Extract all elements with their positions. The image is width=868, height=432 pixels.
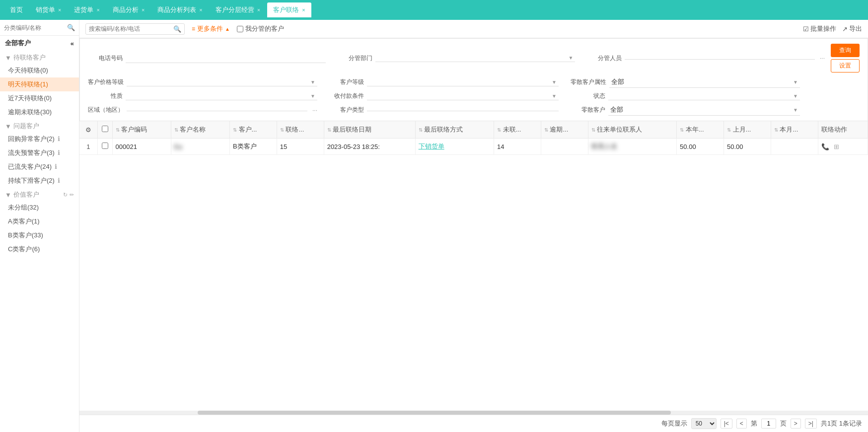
refresh-icon[interactable]: ↻	[63, 192, 68, 198]
group-value-customers[interactable]: ▼ 价值客户 ↻ ✏	[0, 188, 79, 201]
phone-icon[interactable]: 📞	[821, 143, 829, 150]
sidebar-item-class-c[interactable]: C类客户(6)	[0, 242, 79, 256]
search-icon[interactable]: 🔍	[173, 25, 181, 33]
sidebar-item-class-b[interactable]: B类客户(33)	[0, 228, 79, 242]
table-footer: 每页显示 50 100 200 |< < 第 页 > >| 共1页 1条记录	[79, 415, 868, 432]
row-select-checkbox[interactable]	[102, 143, 108, 149]
export-btn[interactable]: ↗ 导出	[842, 24, 862, 33]
close-icon[interactable]: ×	[58, 7, 61, 13]
batch-op-btn[interactable]: ☑ 批量操作	[803, 24, 836, 33]
sidebar-search-input[interactable]	[4, 24, 65, 31]
filter-nature-select[interactable]: ▼	[126, 92, 317, 100]
close-icon[interactable]: ×	[257, 7, 260, 13]
table-row: 1 000021 Ea B类客户 15 2023-05-23 18:25: 下销…	[79, 139, 868, 155]
more-icon[interactable]: ···	[820, 55, 825, 62]
row-checkbox[interactable]	[97, 139, 112, 155]
last-page-btn[interactable]: >|	[805, 419, 817, 429]
scrollbar-thumb[interactable]	[198, 411, 671, 415]
nav-customer-tier[interactable]: 客户分层经营 ×	[210, 2, 266, 17]
col-settings[interactable]: ⚙	[79, 121, 97, 139]
sidebar-item-today-pending[interactable]: 今天待联络(0)	[0, 64, 79, 77]
col-contact-count[interactable]: ⇅ 联络...	[277, 121, 324, 139]
filter-payment-select[interactable]: ▼	[367, 92, 559, 100]
filter-customer-type-label: 客户类型	[329, 106, 364, 114]
sidebar-item-churn-warning[interactable]: 流失预警客户(3) ℹ	[0, 146, 79, 160]
close-icon[interactable]: ×	[142, 7, 145, 13]
edit-icon[interactable]: ✏	[70, 192, 74, 198]
search-box: 🔍	[85, 23, 185, 35]
collapse-icon[interactable]: «	[71, 40, 74, 47]
horizontal-scrollbar[interactable]	[79, 411, 868, 415]
col-customer-name[interactable]: ⇅ 客户名称	[171, 121, 229, 139]
sidebar-item-7days-pending[interactable]: 近7天待联络(0)	[0, 91, 79, 105]
info-icon: ℹ	[58, 135, 60, 143]
contact-method-link[interactable]: 下销货单	[419, 143, 444, 150]
nav-sales-order[interactable]: 销货单 ×	[30, 2, 67, 17]
col-checkbox[interactable]	[97, 121, 112, 139]
close-icon[interactable]: ×	[199, 7, 202, 13]
sidebar-item-declining[interactable]: 持续下滑客户(2) ℹ	[0, 174, 79, 188]
group-pending-contact[interactable]: ▼ 待联络客户	[0, 51, 79, 64]
col-overdue[interactable]: ⇅ 逾期...	[541, 121, 588, 139]
col-customer-type[interactable]: ⇅ 客户...	[229, 121, 277, 139]
nav-product-analysis[interactable]: 商品分析 ×	[107, 2, 150, 17]
my-customers-checkbox[interactable]	[237, 26, 243, 32]
filter-customer-grade-select[interactable]: ▼	[367, 78, 559, 86]
col-last-month[interactable]: ⇅ 上月...	[723, 121, 771, 139]
col-this-year[interactable]: ⇅ 本年...	[677, 121, 724, 139]
filter-phone-input[interactable]	[126, 54, 326, 63]
filter-retail-customer-select[interactable]: 全部 ▼	[608, 104, 800, 116]
nav-customer-contact[interactable]: 客户联络 ×	[267, 2, 311, 17]
row-last-method[interactable]: 下销货单	[415, 139, 494, 155]
col-customer-code[interactable]: ⇅ 客户编码	[112, 121, 171, 139]
sidebar-item-class-a[interactable]: A类客户(1)	[0, 215, 79, 228]
search-icon[interactable]: 🔍	[67, 24, 75, 31]
my-customers-checkbox-label[interactable]: 我分管的客户	[237, 24, 284, 33]
sort-icon: ⇅	[544, 127, 548, 133]
nav-home[interactable]: 首页	[4, 2, 29, 17]
filter-row-2: 客户价格等级 ▼ 客户等级 ▼ 零散客户属性 全部	[88, 76, 860, 88]
col-this-month[interactable]: ⇅ 本月...	[771, 121, 818, 139]
filter-status-select[interactable]: ▼	[608, 92, 800, 100]
sidebar-search-area: 🔍	[0, 20, 79, 36]
filter-region-select[interactable]	[127, 109, 307, 111]
sidebar-item-repurchase-abnormal[interactable]: 回购异常客户(2) ℹ	[0, 132, 79, 146]
more-icon[interactable]: ···	[312, 107, 317, 114]
filter-customer-type-select[interactable]	[367, 109, 559, 111]
col-unlisted[interactable]: ⇅ 未联...	[494, 121, 541, 139]
sort-icon: ⇅	[774, 127, 778, 133]
next-page-btn[interactable]: >	[791, 419, 801, 429]
filter-retail-attr-select[interactable]: 全部 ▼	[609, 76, 800, 88]
search-input[interactable]	[89, 25, 171, 32]
group-problem-customers[interactable]: ▼ 问题客户	[0, 119, 79, 132]
sidebar-item-ungrouped[interactable]: 未分组(32)	[0, 201, 79, 215]
col-last-contact-method[interactable]: ⇅ 最后联络方式	[415, 121, 494, 139]
filter-dept-select[interactable]: ▼	[375, 54, 576, 62]
nav-product-analysis-list[interactable]: 商品分析列表 ×	[151, 2, 208, 17]
row-last-date: 2023-05-23 18:25:	[324, 139, 415, 155]
sidebar-item-churned[interactable]: 已流失客户(24) ℹ	[0, 160, 79, 174]
query-button[interactable]: 查询	[831, 44, 860, 57]
col-contact-person[interactable]: ⇅ 往来单位联系人	[588, 121, 676, 139]
nav-purchase-order[interactable]: 进货单 ×	[68, 2, 105, 17]
content-area: 🔍 ≡ 更多条件 ▲ 我分管的客户 ☑ 批量操作 ↗ 导出	[79, 20, 868, 432]
first-page-btn[interactable]: |<	[721, 419, 732, 429]
select-all-checkbox[interactable]	[102, 126, 108, 132]
grid-icon[interactable]: ⊞	[834, 143, 839, 150]
chevron-up-icon: ▲	[225, 26, 230, 32]
more-filter-btn[interactable]: ≡ 更多条件 ▲	[189, 23, 233, 35]
sidebar-item-tomorrow-pending[interactable]: 明天待联络(1)	[0, 77, 79, 91]
settings-button[interactable]: 设置	[831, 59, 860, 72]
prev-page-btn[interactable]: <	[736, 419, 747, 429]
sidebar-item-overdue-contact[interactable]: 逾期未联络(30)	[0, 105, 79, 119]
arrow-icon: ▼	[5, 123, 11, 130]
all-customers-header[interactable]: 全部客户 «	[0, 36, 79, 51]
close-icon[interactable]: ×	[96, 7, 99, 13]
page-number-input[interactable]	[761, 419, 776, 429]
close-icon[interactable]: ×	[302, 7, 305, 13]
filter-price-grade-select[interactable]: ▼	[127, 78, 317, 86]
filter-manager-select[interactable]	[625, 57, 815, 60]
per-page-select[interactable]: 50 100 200	[691, 418, 717, 429]
col-last-contact-date[interactable]: ⇅ 最后联络日期	[324, 121, 415, 139]
gear-icon[interactable]: ⚙	[85, 126, 91, 134]
